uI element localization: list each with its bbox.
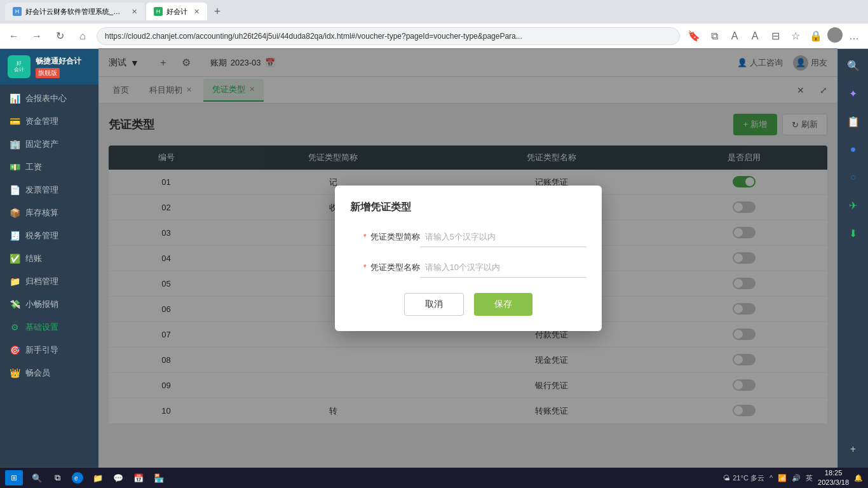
tab-close-1[interactable]: ✕ <box>132 8 137 16</box>
right-panel-green-button[interactable]: ✈ <box>842 194 865 217</box>
tab-label-2: 好会计 <box>166 7 187 17</box>
translate-icon[interactable]: A <box>746 27 764 45</box>
short-name-input[interactable] <box>420 227 587 247</box>
taskbar-search-button[interactable]: 🔍 <box>28 469 46 487</box>
taskbar-explorer-button[interactable]: 📁 <box>89 469 107 487</box>
sidebar-item-member[interactable]: 👑 畅会员 <box>0 362 98 384</box>
sidebar-item-label-close: 结账 <box>25 253 42 264</box>
sidebar-item-guide[interactable]: 🎯 新手引导 <box>0 339 98 362</box>
sidebar-item-expense[interactable]: 💸 小畅报销 <box>0 293 98 316</box>
more-icon[interactable]: … <box>845 27 863 45</box>
settings-icon: ⚙ <box>9 322 20 333</box>
sidebar-item-label-guide: 新手引导 <box>25 344 58 356</box>
right-panel-ai-button[interactable]: ✦ <box>842 82 865 105</box>
invoice-icon: 📄 <box>9 184 20 196</box>
sidebar-item-close[interactable]: ✅ 结账 <box>0 247 98 270</box>
sidebar-item-capital[interactable]: 💳 资金管理 <box>0 110 98 133</box>
right-panel-outlook-button[interactable]: ○ <box>842 166 865 189</box>
logo-badge: 旗舰版 <box>36 68 60 78</box>
assets-icon: 🏢 <box>9 139 20 150</box>
sidebar-menu: 📊 会报表中心 💳 资金管理 🏢 固定资产 💵 工资 📄 发票管理 📦 <box>0 85 98 467</box>
required-star-name: * <box>363 262 367 272</box>
right-panel-blue-button[interactable]: ● <box>842 138 865 161</box>
right-panel-download-button[interactable]: ⬇ <box>842 222 865 245</box>
address-bar: ← → ↻ ⌂ 🔖 ⧉ A A ⊟ ☆ 🔒 … <box>0 23 868 48</box>
right-panel-search-button[interactable]: 🔍 <box>842 54 865 77</box>
right-panel-add-button[interactable]: + <box>842 438 865 461</box>
browser-tab-2[interactable]: H 好会计 ✕ <box>146 3 207 20</box>
inventory-icon: 📦 <box>9 207 20 219</box>
lang-label: 英 <box>806 473 813 483</box>
notification-icon[interactable]: 🔔 <box>854 474 863 482</box>
close-icon: ✅ <box>9 253 20 264</box>
modal-title: 新增凭证类型 <box>350 201 587 214</box>
sidebar-item-dashboard[interactable]: 📊 会报表中心 <box>0 87 98 110</box>
taskbar-store-button[interactable]: 🏪 <box>150 469 168 487</box>
volume-icon: 🔊 <box>792 474 801 482</box>
sidebar-item-settings[interactable]: ⚙ 基础设置 <box>0 316 98 339</box>
bookmark-icon[interactable]: 🔖 <box>685 27 703 45</box>
right-panel-clipboard-button[interactable]: 📋 <box>842 110 865 133</box>
modal-overlay: 新增凭证类型 * 凭证类型简称 * 凭证类型名称 取消 <box>98 49 837 468</box>
zoom-icon[interactable]: A <box>726 27 743 45</box>
taskbar-right: 🌤 21°C 多云 ^ 📶 🔊 英 18:25 2023/3/18 🔔 <box>723 468 863 488</box>
favorites-icon[interactable]: ☆ <box>787 27 804 45</box>
weather-icon: 🌤 <box>723 474 730 482</box>
sidebar-item-label-archive: 归档管理 <box>25 276 58 287</box>
sidebar-item-tax[interactable]: 🧾 税务管理 <box>0 224 98 247</box>
systray-arrow[interactable]: ^ <box>770 474 773 482</box>
taskbar-edge-button[interactable]: e <box>69 469 86 487</box>
sidebar-item-label-member: 畅会员 <box>25 367 50 379</box>
sidebar-item-archive[interactable]: 📁 归档管理 <box>0 270 98 293</box>
start-button[interactable]: ⊞ <box>5 470 23 485</box>
collection-icon[interactable]: 🔒 <box>807 27 825 45</box>
browser-actions: 🔖 ⧉ A A ⊟ ☆ 🔒 … <box>685 27 863 45</box>
form-row-name: * 凭证类型名称 <box>350 257 587 278</box>
tab-bar: H 好会计云财务软件管理系统_会计 ✕ H 好会计 ✕ + <box>0 0 868 23</box>
logo-icon: 好会计 <box>8 55 31 78</box>
reader-icon[interactable]: ⊟ <box>766 27 784 45</box>
sidebar-item-invoice[interactable]: 📄 发票管理 <box>0 179 98 201</box>
form-label-short: * 凭证类型简称 <box>350 231 420 243</box>
form-row-short: * 凭证类型简称 <box>350 227 587 247</box>
back-button[interactable]: ← <box>5 27 23 45</box>
sidebar: 好会计 畅捷通好合计 旗舰版 📊 会报表中心 💳 资金管理 🏢 固定资产 💵 工… <box>0 49 98 488</box>
sidebar-item-inventory[interactable]: 📦 库存核算 <box>0 201 98 224</box>
date-label: 2023/3/18 <box>818 478 849 487</box>
tab-favicon-2: H <box>154 7 163 16</box>
sidebar-item-label-dashboard: 会报表中心 <box>25 93 67 104</box>
right-panel: 🔍 ✦ 📋 ● ○ ✈ ⬇ + ⚙ <box>837 49 868 488</box>
save-button[interactable]: 保存 <box>474 293 532 316</box>
guide-icon: 🎯 <box>9 344 20 356</box>
required-star-short: * <box>363 232 367 241</box>
taskbar-calendar-button[interactable]: 📅 <box>130 469 147 487</box>
browser-chrome: H 好会计云财务软件管理系统_会计 ✕ H 好会计 ✕ + ← → ↻ ⌂ 🔖 … <box>0 0 868 49</box>
logo-text: 畅捷通好合计 <box>36 56 81 67</box>
address-input[interactable] <box>97 27 680 45</box>
sidebar-item-label-inventory: 库存核算 <box>25 207 58 219</box>
extensions-icon[interactable]: ⧉ <box>705 27 723 45</box>
browser-tab-1[interactable]: H 好会计云财务软件管理系统_会计 ✕ <box>5 3 145 20</box>
tab-close-2[interactable]: ✕ <box>194 8 200 16</box>
taskbar-taskview-button[interactable]: ⧉ <box>48 469 66 487</box>
profile-icon[interactable] <box>827 27 843 43</box>
sidebar-item-label-assets: 固定资产 <box>25 139 58 150</box>
sidebar-item-assets[interactable]: 🏢 固定资产 <box>0 133 98 156</box>
taskbar-wechat-button[interactable]: 💬 <box>109 469 127 487</box>
sidebar-item-salary[interactable]: 💵 工资 <box>0 156 98 179</box>
forward-button[interactable]: → <box>28 27 46 45</box>
add-voucher-modal: 新增凭证类型 * 凭证类型简称 * 凭证类型名称 取消 <box>335 186 602 331</box>
weather-label: 21°C 多云 <box>733 473 764 483</box>
modal-actions: 取消 保存 <box>350 293 587 316</box>
capital-icon: 💳 <box>9 116 20 127</box>
form-label-name: * 凭证类型名称 <box>350 262 420 273</box>
new-tab-button[interactable]: + <box>208 3 226 20</box>
archive-icon: 📁 <box>9 276 20 287</box>
refresh-button[interactable]: ↻ <box>51 27 69 45</box>
cancel-button[interactable]: 取消 <box>404 293 464 316</box>
sidebar-item-label-tax: 税务管理 <box>25 230 58 241</box>
clock[interactable]: 18:25 2023/3/18 <box>818 468 849 488</box>
full-name-input[interactable] <box>420 257 587 278</box>
home-button[interactable]: ⌂ <box>74 27 92 45</box>
tax-icon: 🧾 <box>9 230 20 241</box>
